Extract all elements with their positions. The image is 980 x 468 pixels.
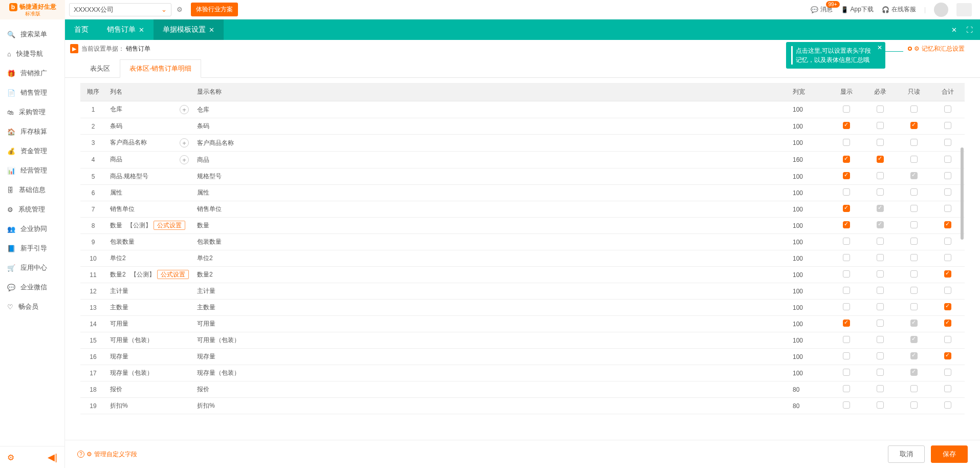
nav-item-chart[interactable]: 📊 经营管理 — [0, 161, 64, 180]
row-width[interactable]: 100 — [789, 332, 830, 349]
readonly-checkbox[interactable] — [910, 401, 918, 409]
nav-item-db[interactable]: 🗄 基础信息 — [0, 180, 64, 200]
row-display[interactable]: 折扣% — [193, 398, 789, 414]
user-avatar[interactable] — [934, 3, 948, 17]
required-checkbox[interactable] — [877, 401, 884, 409]
row-colname[interactable]: 报价 — [106, 381, 193, 398]
show-checkbox[interactable] — [843, 139, 850, 146]
sum-checkbox[interactable] — [944, 303, 951, 310]
readonly-checkbox[interactable] — [910, 221, 918, 228]
row-display[interactable]: 客户商品名称 — [193, 135, 789, 152]
row-display[interactable]: 仓库 — [193, 101, 789, 118]
required-checkbox[interactable] — [877, 336, 884, 343]
row-colname[interactable]: 仓库 + — [106, 101, 193, 118]
row-width[interactable]: 80 — [789, 381, 830, 398]
sum-checkbox[interactable] — [944, 139, 951, 146]
readonly-checkbox[interactable] — [910, 156, 918, 163]
sum-checkbox[interactable] — [944, 385, 951, 392]
show-checkbox[interactable] — [843, 205, 850, 212]
nav-item-doc[interactable]: 📄 销售管理 — [0, 83, 64, 102]
required-checkbox[interactable] — [877, 122, 884, 129]
row-colname[interactable]: 包装数量 — [106, 234, 193, 250]
nav-item-search[interactable]: 🔍 搜索菜单 — [0, 25, 64, 44]
add-column-icon[interactable]: + — [180, 155, 189, 164]
footer-gear-icon[interactable]: ⚙ — [7, 453, 14, 462]
required-checkbox[interactable] — [877, 254, 884, 261]
readonly-checkbox[interactable] — [910, 270, 918, 278]
nav-item-home[interactable]: ⌂ 快捷导航 — [0, 44, 64, 63]
row-width[interactable]: 100 — [789, 234, 830, 250]
row-width[interactable]: 100 — [789, 201, 830, 218]
row-width[interactable]: 100 — [789, 118, 830, 135]
vertical-scrollbar[interactable] — [961, 147, 964, 240]
readonly-checkbox[interactable] — [910, 188, 918, 196]
show-checkbox[interactable] — [843, 352, 850, 359]
close-all-icon[interactable]: ✕ — [949, 26, 959, 34]
nav-item-bag[interactable]: 🛍 采购管理 — [0, 102, 64, 122]
row-width[interactable]: 100 — [789, 283, 830, 300]
show-checkbox[interactable] — [843, 401, 850, 409]
show-checkbox[interactable] — [843, 287, 850, 294]
sum-checkbox[interactable] — [944, 401, 951, 409]
required-checkbox[interactable] — [877, 352, 884, 359]
nav-item-gear2[interactable]: ⚙ 系统管理 — [0, 200, 64, 219]
row-display[interactable]: 规格型号 — [193, 168, 789, 185]
sum-checkbox[interactable] — [944, 287, 951, 294]
show-checkbox[interactable] — [843, 254, 850, 261]
tab-单据模板设置[interactable]: 单据模板设置 ✕ — [154, 19, 224, 40]
row-colname[interactable]: 折扣% — [106, 398, 193, 414]
required-checkbox[interactable] — [877, 188, 884, 196]
row-colname[interactable]: 可用量 — [106, 316, 193, 332]
required-checkbox[interactable] — [877, 105, 884, 113]
show-checkbox[interactable] — [843, 172, 850, 179]
required-checkbox[interactable] — [877, 139, 884, 146]
required-checkbox[interactable] — [877, 172, 884, 179]
row-colname[interactable]: 单位2 — [106, 250, 193, 267]
tab-首页[interactable]: 首页 — [65, 19, 98, 40]
sum-checkbox[interactable] — [944, 320, 951, 327]
fullscreen-icon[interactable]: ⛶ — [965, 26, 974, 34]
show-checkbox[interactable] — [843, 122, 850, 129]
nav-item-wechat[interactable]: 💬 企业微信 — [0, 278, 64, 297]
company-selector[interactable]: XXXXXX公司 ⌄ — [69, 3, 171, 16]
show-checkbox[interactable] — [843, 221, 850, 228]
cancel-button[interactable]: 取消 — [888, 445, 925, 463]
row-display[interactable]: 现存量（包装） — [193, 365, 789, 381]
sum-checkbox[interactable] — [944, 105, 951, 113]
row-display[interactable]: 主计量 — [193, 283, 789, 300]
settings-gear-icon[interactable]: ⚙ — [177, 6, 183, 13]
memory-summary-link[interactable]: ⚙ 记忆和汇总设置 — [908, 45, 975, 53]
required-checkbox[interactable] — [877, 385, 884, 392]
nav-item-money[interactable]: 💰 资金管理 — [0, 141, 64, 161]
tab-销售订单[interactable]: 销售订单 ✕ — [98, 19, 154, 40]
formula-settings-button[interactable]: 公式设置 — [154, 221, 185, 230]
row-colname[interactable]: 数量 【公测】公式设置 — [106, 218, 193, 234]
row-display[interactable]: 条码 — [193, 118, 789, 135]
sum-checkbox[interactable] — [944, 205, 951, 212]
required-checkbox[interactable] — [877, 369, 884, 376]
nav-item-gift[interactable]: 🎁 营销推广 — [0, 63, 64, 83]
sum-checkbox[interactable] — [944, 352, 951, 359]
row-colname[interactable]: 主计量 — [106, 283, 193, 300]
add-column-icon[interactable]: + — [180, 138, 189, 147]
show-checkbox[interactable] — [843, 105, 850, 113]
readonly-checkbox[interactable] — [910, 105, 918, 113]
row-width[interactable]: 80 — [789, 398, 830, 414]
row-width[interactable]: 100 — [789, 168, 830, 185]
sum-checkbox[interactable] — [944, 221, 951, 228]
row-colname[interactable]: 条码 — [106, 118, 193, 135]
sum-checkbox[interactable] — [944, 336, 951, 343]
show-checkbox[interactable] — [843, 238, 850, 245]
row-colname[interactable]: 现存量 — [106, 349, 193, 365]
row-colname[interactable]: 商品 + — [106, 152, 193, 168]
row-display[interactable]: 可用量 — [193, 316, 789, 332]
show-checkbox[interactable] — [843, 336, 850, 343]
row-display[interactable]: 单位2 — [193, 250, 789, 267]
show-checkbox[interactable] — [843, 385, 850, 392]
row-colname[interactable]: 可用量（包装） — [106, 332, 193, 349]
row-width[interactable]: 100 — [789, 365, 830, 381]
required-checkbox[interactable] — [877, 270, 884, 278]
sum-checkbox[interactable] — [944, 122, 951, 129]
manage-custom-fields-link[interactable]: ? ⚙ 管理自定义字段 — [77, 450, 137, 459]
row-width[interactable]: 100 — [789, 300, 830, 316]
